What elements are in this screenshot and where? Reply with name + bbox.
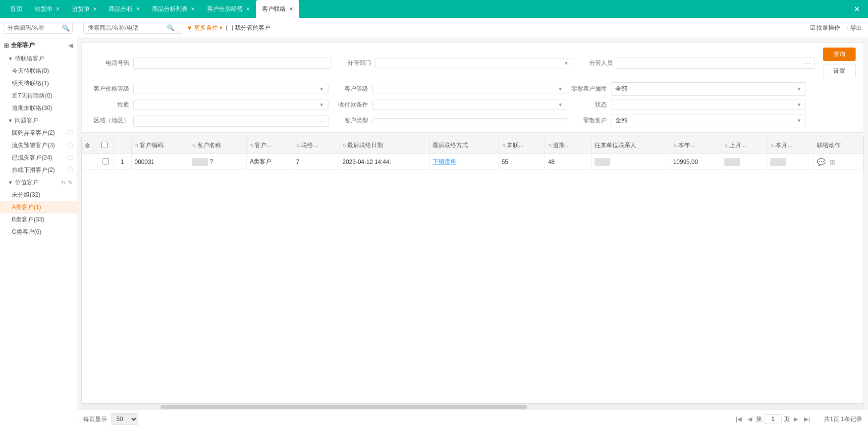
my-customers-checkbox[interactable] [226,25,233,31]
sidebar-item-class-c[interactable]: C类客户(6) [0,226,77,238]
sort-icon-overdue: ⇅ [548,143,552,148]
th-name: ⇅ 客户名称 [189,137,246,154]
sidebar-item-overdue[interactable]: 逾期未联络(30) [0,102,77,114]
refresh-icon[interactable]: ↻ [61,179,66,186]
customer-type-select[interactable] [372,118,567,123]
filter-row-3: 性质 ▼ 收付款条件 ▼ 状态 [90,100,856,110]
all-customers-section[interactable]: ⊞ 全部客户 ◀ [0,38,77,53]
nature-select[interactable]: ▼ [133,100,328,110]
filter-arrow-icon: ▾ [219,24,222,31]
info-icon-1: ⓘ [67,129,73,137]
filter-price-level: 客户价格等级 ▼ [90,84,328,94]
th-last-date: ⇅ 最后联络日期 [339,137,430,154]
retail-customer-select[interactable]: 全部 ▼ [611,114,806,127]
query-button[interactable]: 查询 [823,48,856,61]
close-purchase-order-icon[interactable]: ✕ [93,6,97,12]
search-icon[interactable]: 🔍 [167,24,174,31]
row-action-btns: 💬 ⊞ [817,158,860,166]
more-filter-button[interactable]: ▼ 更多条件 ▾ [186,24,222,32]
info-icon-2: ⓘ [67,142,73,149]
prev-page-btn[interactable]: ◀ [746,415,754,424]
triangle-icon: ▼ [8,56,13,61]
edit-icon[interactable]: ✎ [68,179,73,186]
close-sales-order-icon[interactable]: ✕ [55,6,60,12]
tab-product-analysis-list[interactable]: 商品分析列表 ✕ [146,0,201,18]
this-month-grey [770,158,786,166]
close-customer-tiering-icon[interactable]: ✕ [246,6,250,12]
per-page-select[interactable]: 50 100 [111,413,138,425]
phone-input[interactable] [133,57,331,69]
sidebar-search-icon[interactable]: 🔍 [62,24,70,32]
row-name: ? [189,154,246,170]
th-last-method: 最后联络方式 [430,137,498,154]
collapse-icon[interactable]: ◀ [68,42,73,49]
table-row: 1 000031 ? A类客户 7 [82,154,864,170]
sidebar-group-problem[interactable]: ▼ 问题客户 [0,114,77,127]
window-close-icon[interactable]: ✕ [850,4,864,14]
tab-sales-order[interactable]: 销货单 ✕ [29,0,66,18]
scroll-thumb[interactable] [161,405,527,409]
th-this-month: ⇅ 本月... [767,137,814,154]
filter-retail-customer: 零散客户 全部 ▼ [567,114,806,127]
tab-customer-contact[interactable]: 客户联络 ✕ [256,0,299,18]
person-select[interactable]: ··· [617,57,815,69]
sidebar-group-pending[interactable]: ▼ 待联络客户 [0,53,77,65]
batch-ops-button[interactable]: ☑ 批量操作 [810,24,840,32]
retail-customer-arrow: ▼ [797,118,802,123]
sidebar-item-class-a[interactable]: A类客户(1) [0,201,77,214]
filter-row-1: 电话号码 分管部门 ▼ 分管人员 ··· [90,48,856,78]
sidebar-item-7days[interactable]: 近7天待联络(0) [0,90,77,102]
select-all-checkbox[interactable] [101,142,108,148]
sidebar-item-repurchase-abnormal[interactable]: 回购异常客户(2) ⓘ [0,127,77,139]
sidebar-item-declining[interactable]: 持续下滑客户(2) ⓘ [0,164,77,176]
sidebar-item-today[interactable]: 今天待联络(0) [0,65,77,77]
person-select-dots: ··· [806,59,811,66]
action-buttons: 查询 设置 [823,48,856,78]
footer: 每页显示 50 100 |◀ ◀ 第 页 ▶ ▶| 共1页 1条记录 [77,410,868,428]
customer-level-select[interactable]: ▼ [372,84,567,94]
sidebar-item-churn-warning[interactable]: 流失预警客户(3) ⓘ [0,139,77,152]
th-overdue: ⇅ 逾期... [545,137,591,154]
chat-icon[interactable]: 💬 [817,158,825,166]
search-input[interactable] [88,24,167,31]
filter-icon: ▼ [186,24,193,32]
filter-person: 分管人员 ··· [573,57,815,69]
gear-icon[interactable]: ⚙ [85,142,90,149]
first-page-btn[interactable]: |◀ [734,415,744,424]
close-product-analysis-list-icon[interactable]: ✕ [191,6,195,12]
top-actions: ☑ 批量操作 ↑ 导出 [810,24,862,32]
qr-icon[interactable]: ⊞ [829,158,835,166]
row-checkbox[interactable] [103,158,109,164]
triangle-icon-2: ▼ [8,118,13,123]
settings-button[interactable]: 设置 [823,64,856,78]
sort-icon-year: ⇅ [673,143,677,148]
horizontal-scrollbar[interactable] [81,404,864,410]
payment-select[interactable]: ▼ [372,100,567,110]
tab-product-analysis[interactable]: 商品分析 ✕ [103,0,146,18]
close-product-analysis-icon[interactable]: ✕ [136,6,140,12]
tab-customer-tiering[interactable]: 客户分层经营 ✕ [201,0,256,18]
close-customer-contact-icon[interactable]: ✕ [289,6,293,12]
last-page-btn[interactable]: ▶| [802,415,812,424]
retail-attr-select[interactable]: 全部 ▼ [611,82,806,96]
row-overdue: 48 [545,154,591,170]
filter-row-2: 客户价格等级 ▼ 客户等级 ▼ 零散客户属性 全部 [90,82,856,96]
dept-select[interactable]: ▼ [375,58,573,68]
export-icon: ↑ [846,24,849,31]
region-select[interactable]: ··· [133,115,328,127]
dept-select-arrow: ▼ [564,60,569,66]
price-level-select[interactable]: ▼ [133,84,328,94]
sidebar-item-class-b[interactable]: B类客户(33) [0,214,77,226]
home-tab[interactable]: 首页 [4,0,29,18]
sidebar-item-tomorrow[interactable]: 明天待联络(1) [0,77,77,90]
row-not-contacted: 55 [498,154,544,170]
status-select[interactable]: ▼ [611,100,806,110]
sidebar-item-unclassified[interactable]: 未分组(32) [0,189,77,201]
page-input[interactable] [764,414,782,424]
export-button[interactable]: ↑ 导出 [846,24,862,32]
sidebar-group-value[interactable]: ▼ 价值客户 ↻ ✎ [0,176,77,189]
batch-ops-icon: ☑ [810,24,815,31]
sidebar-item-churned[interactable]: 已流失客户(24) ⓘ [0,152,77,164]
tab-purchase-order[interactable]: 进货单 ✕ [66,0,103,18]
next-page-btn[interactable]: ▶ [792,415,800,424]
